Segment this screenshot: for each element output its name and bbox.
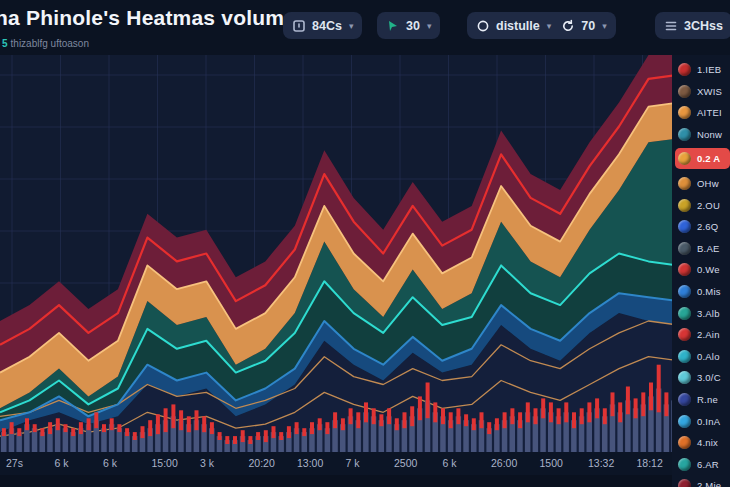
asset-icon [678,415,691,428]
asset-label: 0.We [697,264,720,275]
list-item[interactable]: 0.Alo [678,349,730,364]
3chss-dropdown[interactable]: 3CHss [664,19,723,33]
list-item[interactable]: B.AE [678,241,730,256]
asset-icon [678,479,691,487]
asset-icon [678,63,691,76]
chevron-down-icon: ▾ [547,21,552,31]
asset-label: 2.6Q [697,221,718,232]
ring-icon [476,19,490,33]
x-tick-label: 13:00 [297,457,323,469]
asset-icon [678,263,691,276]
x-axis: 27s6 k6 k15:003 k20:2013:007 k25006 k26:… [0,452,678,475]
chevron-down-icon: ▾ [427,21,432,31]
header: na Phinole's Heatmas volume 5thizablfg u… [0,0,730,55]
dropdown-label: distulle [496,19,540,33]
asset-list-sidebar: 1.IEBXWISAITEINonw0.2 AOHw2.OU2.6QB.AE0.… [672,55,730,487]
list-item[interactable]: AITEI [678,105,730,120]
list-item[interactable]: Nonw [678,127,730,142]
asset-label: 2.Mie [697,480,721,487]
asset-label: 1.IEB [697,64,721,75]
list-item[interactable]: 0.Mis [678,284,730,299]
list-item[interactable]: 0.We [678,262,730,277]
control-pill: 84Cs▾ [283,12,362,39]
asset-label: OHw [697,178,719,189]
list-item[interactable]: 3.0/C [678,370,730,385]
x-tick-label: 20:20 [249,457,275,469]
list-item-selected[interactable]: 0.2 A [675,148,730,169]
x-tick-label: 6 k [55,457,69,469]
asset-icon [678,307,691,320]
asset-label: 3.Alb [697,308,720,319]
asset-label: R.ne [697,394,718,405]
control-pill: 3CHss [655,12,730,39]
asset-icon [678,177,691,190]
dropdown-label: 70 [581,19,595,33]
refresh-icon [561,19,575,33]
layered-area-chart [0,55,678,452]
list-icon [664,19,678,33]
asset-label: 0.Alo [697,351,720,362]
asset-label: Nonw [697,129,722,140]
list-item[interactable]: 2.Ain [678,327,730,342]
asset-icon [678,85,691,98]
list-item[interactable]: 0.InA [678,414,730,429]
x-tick-label: 27s [6,457,23,469]
chevron-down-icon: ▾ [602,21,607,31]
84cs-dropdown[interactable]: 84Cs▾ [292,19,353,33]
asset-icon [678,393,691,406]
list-item[interactable]: 2.Mie [678,478,730,487]
dropdown-label: 84Cs [312,19,342,33]
list-item[interactable]: 2.OU [678,198,730,213]
asset-icon [678,199,691,212]
x-tick-label: 1500 [540,457,563,469]
x-tick-label: 3 k [200,457,214,469]
asset-icon [678,128,691,141]
list-item[interactable]: XWIS [678,84,730,99]
asset-icon [678,436,691,449]
clock-icon [292,19,306,33]
asset-icon [678,220,691,233]
header-controls: 84Cs▾30▾distulle▾70▾3CHss [0,0,730,55]
x-tick-label: 6 k [443,457,457,469]
asset-label: 0.2 A [697,153,720,164]
x-tick-label: 18:12 [637,457,663,469]
list-item[interactable]: 6.AR [678,457,730,472]
asset-icon [678,152,691,165]
x-tick-label: 2500 [394,457,417,469]
asset-icon [678,350,691,363]
x-tick-label: 13:32 [588,457,614,469]
asset-icon [678,242,691,255]
x-tick-label: 7 k [346,457,360,469]
chevron-down-icon: ▾ [349,21,354,31]
x-tick-label: 15:00 [152,457,178,469]
asset-label: AITEI [697,107,722,118]
asset-label: 0.InA [697,416,720,427]
asset-label: 0.Mis [697,286,721,297]
asset-icon [678,285,691,298]
30-dropdown[interactable]: 30▾ [386,19,431,33]
dropdown-label: 3CHss [684,19,723,33]
asset-label: 2.Ain [697,329,720,340]
list-item[interactable]: 3.Alb [678,306,730,321]
asset-label: 3.0/C [697,372,721,383]
list-item[interactable]: OHw [678,176,730,191]
main-chart[interactable] [0,55,678,452]
control-pill: distulle▾70▾ [467,12,616,39]
control-pill: 30▾ [377,12,440,39]
70-dropdown[interactable]: 70▾ [561,19,606,33]
pointer-icon [386,19,400,33]
x-tick-label: 6 k [103,457,117,469]
asset-icon [678,371,691,384]
x-tick-label: 26:00 [491,457,517,469]
distulle-dropdown[interactable]: distulle▾ [476,19,551,33]
list-item[interactable]: 4.nix [678,435,730,450]
list-item[interactable]: R.ne [678,392,730,407]
asset-icon [678,458,691,471]
asset-icon [678,106,691,119]
list-item[interactable]: 2.6Q [678,219,730,234]
dropdown-label: 30 [406,19,420,33]
asset-label: B.AE [697,243,719,254]
asset-label: 6.AR [697,459,719,470]
list-item[interactable]: 1.IEB [678,62,730,77]
asset-icon [678,328,691,341]
